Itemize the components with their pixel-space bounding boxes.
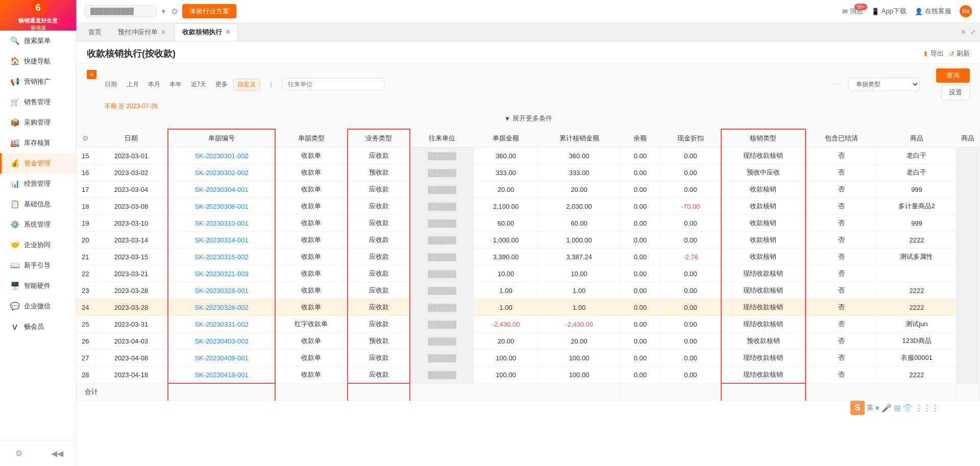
- table-cell: 2222: [877, 366, 955, 384]
- tab-advance-payment[interactable]: 预付冲应付单 ✕: [110, 23, 174, 41]
- filter-toggle-button[interactable]: »: [87, 70, 96, 78]
- table-cell[interactable]: SK-20230328-001: [168, 282, 275, 299]
- table-cell[interactable]: SK-20230418-001: [168, 366, 275, 384]
- table-cell: [956, 366, 980, 384]
- sidebar-item-hardware[interactable]: 🖥️ 智能硬件: [0, 276, 76, 296]
- sidebar-item-purchase[interactable]: 📦 采购管理: [0, 112, 76, 133]
- header-right: ✉ 消息 99+ 📱 App下载 👤 在线客服 Rit: [842, 5, 972, 17]
- notification-button[interactable]: ✉ 消息 99+: [842, 7, 863, 16]
- table-footer-row: 合计: [77, 383, 980, 400]
- dropdown-arrow-icon[interactable]: ▼: [160, 8, 167, 15]
- this-year-btn[interactable]: 本年: [166, 79, 185, 90]
- table-cell: [956, 148, 980, 164]
- table-cell[interactable]: SK-20230321-003: [168, 265, 275, 282]
- sidebar-item-search[interactable]: 🔍 搜索菜单: [0, 31, 76, 51]
- app-download-icon: 📱: [871, 8, 879, 15]
- table-cell: 0.00: [660, 299, 722, 316]
- app-download-button[interactable]: 📱 App下载: [871, 7, 906, 16]
- table-cell[interactable]: SK-20230408-001: [168, 350, 275, 366]
- doc-no-link[interactable]: SK-20230302-002: [194, 169, 249, 177]
- doc-no-link[interactable]: SK-20230403-002: [194, 337, 249, 345]
- table-cell: ██████: [410, 366, 474, 384]
- settings-bottom-button[interactable]: ⚙: [11, 446, 27, 461]
- table-cell: 收款单: [275, 198, 348, 215]
- collapse-sidebar-button[interactable]: ◀◀: [50, 446, 65, 461]
- doc-no-link[interactable]: SK-20230315-002: [194, 253, 249, 261]
- industry-solution-button[interactable]: 体验行业方案: [182, 4, 236, 18]
- address-bar[interactable]: ██████████: [85, 5, 156, 17]
- doc-no-link[interactable]: SK-20230418-001: [194, 371, 249, 379]
- table-cell: 20.00: [537, 181, 620, 198]
- sidebar-item-label: 搜索菜单: [24, 36, 51, 45]
- table-cell: 0.00: [660, 164, 722, 181]
- refresh-label: 刷新: [957, 49, 970, 58]
- table-cell[interactable]: SK-20230301-002: [168, 148, 275, 164]
- table-cell[interactable]: SK-20230331-002: [168, 316, 275, 333]
- table-cell[interactable]: SK-20230314-001: [168, 232, 275, 249]
- sidebar-item-basic[interactable]: 📋 基础信息: [0, 194, 76, 214]
- online-service-button[interactable]: 👤 在线客服: [915, 7, 951, 16]
- doc-no-link[interactable]: SK-20230314-001: [194, 236, 249, 244]
- maximize-icon[interactable]: ⤢: [970, 28, 976, 36]
- close-tab-collection-icon[interactable]: ✕: [225, 29, 230, 36]
- doc-no-link[interactable]: SK-20230328-002: [194, 304, 249, 311]
- export-button[interactable]: ⬆ 导出: [923, 49, 944, 58]
- table-cell: 多计量商品2: [877, 198, 955, 215]
- table-cell[interactable]: SK-20230315-002: [168, 249, 275, 265]
- sidebar-item-enterprise[interactable]: 🤝 企业协同: [0, 235, 76, 255]
- table-cell: 0.00: [621, 148, 660, 164]
- receipt-type-select[interactable]: 单据类型: [848, 78, 920, 91]
- sidebar-item-wechat[interactable]: 💬 企业微信: [0, 296, 76, 316]
- settings-button[interactable]: 设置: [941, 85, 970, 100]
- sidebar-item-sales[interactable]: 🛒 销售管理: [0, 92, 76, 112]
- doc-no-link[interactable]: SK-20230321-003: [194, 270, 249, 278]
- table-cell: [956, 333, 980, 350]
- table-cell: 0.00: [660, 333, 722, 350]
- close-all-tabs-icon[interactable]: ✕: [961, 28, 966, 36]
- doc-no-link[interactable]: SK-20230301-002: [194, 152, 249, 160]
- sales-icon: 🛒: [10, 97, 20, 107]
- doc-no-link[interactable]: SK-20230304-001: [194, 186, 249, 193]
- table-cell[interactable]: SK-20230304-001: [168, 181, 275, 198]
- sidebar-item-marketing[interactable]: 📢 营销推广: [0, 71, 76, 92]
- doc-no-link[interactable]: SK-20230308-001: [194, 203, 249, 210]
- doc-no-link[interactable]: SK-20230328-001: [194, 287, 249, 295]
- last-month-btn[interactable]: 上月: [123, 79, 142, 90]
- doc-no-link[interactable]: SK-20230331-002: [194, 321, 249, 328]
- sidebar-item-inventory[interactable]: 🏭 库存核算: [0, 133, 76, 153]
- query-button[interactable]: 查询: [936, 68, 970, 83]
- table-cell[interactable]: SK-20230308-001: [168, 198, 275, 215]
- sidebar-item-finance[interactable]: 💰 资金管理: [0, 153, 76, 174]
- last-7-days-btn[interactable]: 近7天: [187, 79, 210, 90]
- counterpart-input[interactable]: [282, 78, 384, 90]
- settings-gear-icon[interactable]: ⚙: [171, 7, 178, 16]
- tab-collection-verify[interactable]: 收款核销执行 ✕: [175, 23, 238, 41]
- col-header-biz-type: 业务类型: [348, 129, 409, 148]
- sidebar-item-guide[interactable]: 📖 新手引导: [0, 255, 76, 276]
- table-cell[interactable]: SK-20230302-002: [168, 164, 275, 181]
- table-row: 272023-04-08SK-20230408-001收款单应收款██████1…: [77, 350, 980, 366]
- table-cell[interactable]: SK-20230403-002: [168, 333, 275, 350]
- col-header-settings[interactable]: ⚙: [77, 129, 94, 148]
- table-cell[interactable]: SK-20230328-002: [168, 299, 275, 316]
- sidebar-item-system[interactable]: ⚙️ 系统管理: [0, 214, 76, 235]
- refresh-button[interactable]: ↺ 刷新: [949, 49, 970, 58]
- custom-date-btn[interactable]: 自定义: [233, 79, 260, 90]
- expand-conditions-button[interactable]: ▼ 展开更多条件: [504, 114, 553, 123]
- more-date-btn[interactable]: 更多: [212, 79, 231, 90]
- table-cell: -70.00: [660, 198, 722, 215]
- table-cell[interactable]: SK-20230310-001: [168, 215, 275, 232]
- sidebar-item-member[interactable]: V 畅会员: [0, 316, 76, 337]
- table-cell: 0.00: [621, 350, 660, 366]
- this-month-btn[interactable]: 本月: [144, 79, 164, 90]
- table-cell: 测试jun: [877, 316, 955, 333]
- user-profile-button[interactable]: Rit: [960, 5, 972, 17]
- doc-no-link[interactable]: SK-20230310-001: [194, 219, 249, 227]
- sidebar-item-quick-nav[interactable]: 🏠 快捷导航: [0, 51, 76, 71]
- sidebar-item-operations[interactable]: 📊 经营管理: [0, 174, 76, 194]
- column-settings-icon[interactable]: ⚙: [82, 134, 89, 142]
- tab-home[interactable]: 首页: [81, 23, 109, 41]
- doc-no-link[interactable]: SK-20230408-001: [194, 354, 249, 362]
- filter-actions: 查询 设置: [936, 68, 970, 100]
- close-tab-advance-icon[interactable]: ✕: [161, 29, 166, 36]
